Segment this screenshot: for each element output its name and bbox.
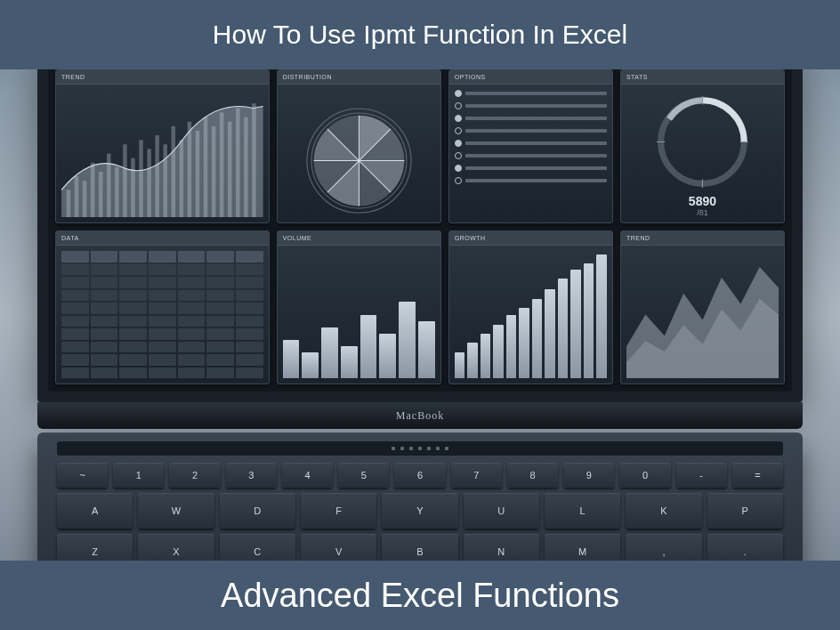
- top-banner: How To Use Ipmt Function In Excel: [0, 0, 840, 69]
- option-row: [455, 102, 607, 109]
- keyboard-key: W: [138, 493, 214, 529]
- gauge-value: 5890: [689, 194, 716, 208]
- keyboard-key: -: [676, 463, 727, 488]
- panel-gauge: STATS 5890 /81: [620, 69, 785, 223]
- panel-trend-chart: TREND: [55, 69, 270, 223]
- option-row: [455, 90, 607, 97]
- gauge-chart-svg: [642, 90, 763, 194]
- touch-bar: [57, 441, 783, 456]
- panel-radial-chart: DISTRIBUTION: [277, 69, 441, 223]
- keyboard-key: L: [545, 493, 620, 529]
- panel-title: OPTIONS: [455, 74, 486, 80]
- panel-mini-bars: VOLUME: [277, 230, 441, 384]
- panel-bar-chart: GROWTH: [448, 230, 613, 384]
- area-chart-svg: [61, 90, 263, 217]
- option-row: [455, 165, 607, 172]
- bottom-banner-text: Advanced Excel Functions: [221, 577, 619, 615]
- keyboard-key: 7: [451, 463, 502, 488]
- keyboard-key: ~: [57, 463, 108, 488]
- radio-icon: [455, 165, 462, 172]
- keyboard-row-1: ~1234567890-=: [57, 463, 783, 488]
- growth-bars: [455, 251, 607, 378]
- mini-bars: [283, 251, 435, 378]
- keyboard-key: 8: [507, 463, 558, 488]
- option-row: [455, 152, 607, 159]
- keyboard-key: =: [732, 463, 783, 488]
- panel-title: STATS: [626, 74, 648, 80]
- panel-data-grid: DATA: [55, 230, 270, 384]
- keyboard-key: P: [707, 493, 783, 529]
- keyboard-key: Y: [382, 493, 457, 529]
- keyboard-key: 6: [394, 463, 445, 488]
- brand-text: MacBook: [396, 409, 444, 422]
- gauge-sub: /81: [697, 208, 708, 217]
- keyboard-key: 3: [226, 463, 277, 488]
- keyboard-key: K: [626, 493, 701, 529]
- keyboard-key: A: [57, 493, 133, 529]
- keyboard-key: 4: [282, 463, 333, 488]
- radio-icon: [455, 90, 462, 97]
- pinwheel-icon: [313, 116, 404, 206]
- panel-title: TREND: [61, 74, 85, 80]
- panel-title: GROWTH: [455, 235, 486, 241]
- keyboard-key: 0: [619, 463, 670, 488]
- radio-icon: [455, 102, 462, 109]
- panel-area-chart: TREND: [620, 230, 785, 384]
- dashboard-screen: TREND: [48, 62, 792, 392]
- option-row: [455, 177, 607, 184]
- panel-options-list: OPTIONS: [448, 69, 613, 223]
- radio-icon: [455, 140, 462, 147]
- option-row: [455, 127, 607, 134]
- keyboard-key: D: [220, 493, 295, 529]
- panel-title: DISTRIBUTION: [283, 74, 332, 80]
- radio-icon: [455, 152, 462, 159]
- keyboard-row-2: AWDFYULKP: [57, 493, 783, 529]
- radio-icon: [455, 177, 462, 184]
- keyboard-key: U: [464, 493, 539, 529]
- option-row: [455, 140, 607, 147]
- area-chart-svg: [626, 251, 779, 378]
- top-banner-text: How To Use Ipmt Function In Excel: [213, 20, 627, 50]
- panel-title: TREND: [626, 235, 650, 241]
- keyboard-key: 2: [169, 463, 220, 488]
- data-grid: [61, 251, 263, 378]
- panel-title: VOLUME: [283, 235, 312, 241]
- bottom-banner: Advanced Excel Functions: [0, 561, 840, 630]
- keyboard-key: 9: [563, 463, 614, 488]
- laptop-screen-frame: TREND: [37, 52, 803, 402]
- option-placeholder-text: [465, 92, 607, 95]
- keyboard-key: 1: [113, 463, 164, 488]
- panel-title: DATA: [61, 235, 79, 241]
- option-row: [455, 115, 607, 122]
- radio-icon: [455, 127, 462, 134]
- laptop-brand-label: MacBook: [37, 402, 803, 429]
- keyboard-key: 5: [338, 463, 389, 488]
- keyboard-key: F: [301, 493, 376, 529]
- radio-icon: [455, 115, 462, 122]
- radial-chart-svg: [298, 104, 420, 217]
- laptop-mockup: TREND: [37, 52, 803, 596]
